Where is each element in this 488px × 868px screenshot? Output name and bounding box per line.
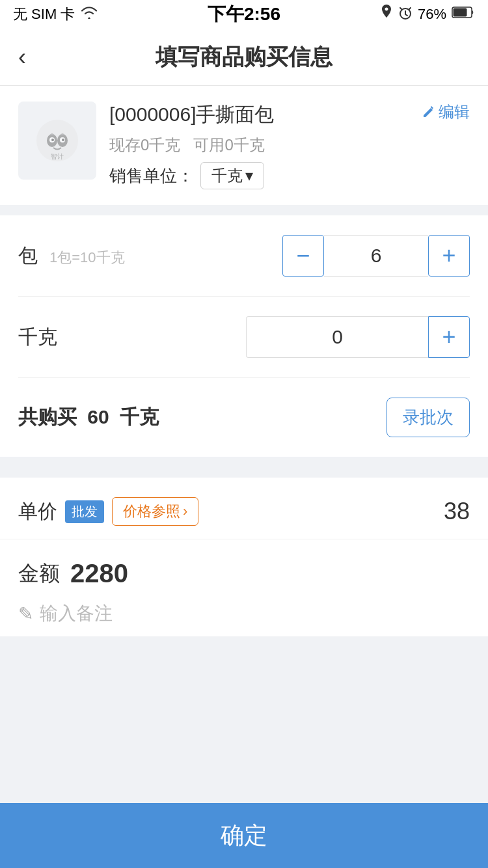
product-image: 智计 xyxy=(18,102,96,180)
bao-controls: − + xyxy=(282,235,470,277)
quantity-section: 包 1包=10千克 − + 千克 + xyxy=(0,215,488,378)
kg-plus-button[interactable]: + xyxy=(428,316,470,358)
remark-row[interactable]: ✎ 输入备注 xyxy=(18,601,470,626)
price-label-group: 单价 批发 价格参照 › xyxy=(18,497,198,526)
status-bar: 无 SIM 卡 下午2:56 76% xyxy=(0,0,488,29)
total-text: 共购买 60 千克 xyxy=(18,404,159,431)
back-button[interactable]: ‹ xyxy=(18,44,26,71)
product-stock: 现存0千克 可用0千克 xyxy=(109,135,470,156)
status-bar-right: 76% xyxy=(380,5,475,24)
amount-value: 2280 xyxy=(70,559,128,588)
wifi-icon xyxy=(80,5,98,23)
unit-select[interactable]: 千克 ▾ xyxy=(200,162,264,189)
quantity-kg-row: 千克 + xyxy=(18,297,470,378)
remark-icon: ✎ xyxy=(18,603,33,625)
remark-input[interactable]: 输入备注 xyxy=(40,601,113,626)
amount-label: 金额 xyxy=(18,560,60,588)
confirm-button[interactable]: 确定 xyxy=(0,803,488,868)
nav-bar: ‹ 填写商品购买信息 xyxy=(0,29,488,86)
status-bar-left: 无 SIM 卡 xyxy=(13,5,98,24)
battery-icon xyxy=(452,6,475,23)
svg-text:智计: 智计 xyxy=(51,153,64,160)
edit-button[interactable]: 编辑 xyxy=(422,102,470,122)
product-section: 智计 [0000006]手撕面包 现存0千克 可用0千克 销售单位： 千克 ▾ … xyxy=(0,86,488,205)
price-label: 单价 xyxy=(18,498,57,525)
content-spacer xyxy=(0,636,488,793)
product-unit-row: 销售单位： 千克 ▾ xyxy=(109,162,470,189)
svg-point-9 xyxy=(62,139,64,141)
product-name: [0000006]手撕面包 xyxy=(109,102,470,128)
kg-label: 千克 xyxy=(18,324,57,351)
location-icon xyxy=(380,5,393,24)
bao-hint: 1包=10千克 xyxy=(49,248,125,267)
bao-minus-button[interactable]: − xyxy=(282,235,324,277)
bao-plus-button[interactable]: + xyxy=(428,235,470,277)
section-divider xyxy=(0,467,488,478)
battery-percent: 76% xyxy=(418,6,446,23)
svg-point-8 xyxy=(51,139,54,141)
amount-section: 金额 2280 ✎ 输入备注 xyxy=(0,539,488,636)
bao-label: 包 xyxy=(18,243,38,269)
page-title: 填写商品购买信息 xyxy=(156,42,332,72)
batch-button[interactable]: 录批次 xyxy=(386,398,470,437)
kg-input[interactable] xyxy=(246,316,428,358)
dropdown-icon: ▾ xyxy=(245,167,253,185)
price-row: 单价 批发 价格参照 › 38 xyxy=(18,497,470,526)
bao-input[interactable] xyxy=(324,235,428,277)
amount-row: 金额 2280 xyxy=(18,559,470,588)
quantity-bao-row: 包 1包=10千克 − + xyxy=(18,215,470,297)
kg-controls: + xyxy=(246,316,470,358)
carrier-text: 无 SIM 卡 xyxy=(13,5,75,24)
price-value: 38 xyxy=(444,498,470,525)
price-ref-button[interactable]: 价格参照 › xyxy=(112,497,198,526)
svg-rect-2 xyxy=(454,8,467,17)
alarm-icon xyxy=(398,5,413,24)
product-info: [0000006]手撕面包 现存0千克 可用0千克 销售单位： 千克 ▾ xyxy=(109,102,470,189)
price-section: 单价 批发 价格参照 › 38 xyxy=(0,478,488,539)
total-section: 共购买 60 千克 录批次 xyxy=(0,378,488,457)
status-bar-time: 下午2:56 xyxy=(208,2,280,27)
pifa-badge: 批发 xyxy=(65,500,104,523)
